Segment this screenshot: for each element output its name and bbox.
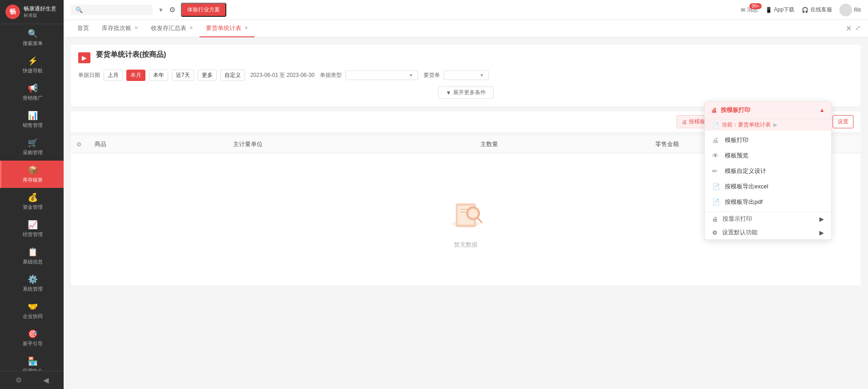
date-btn-last-month[interactable]: 上月	[104, 70, 123, 81]
dropdown-up-arrow-icon: ▲	[819, 107, 825, 113]
current-icon: 📄	[712, 122, 719, 128]
sidebar-item-inventory[interactable]: 📦 库存核算	[0, 161, 64, 188]
tab-close-batch[interactable]: ✕	[134, 25, 138, 31]
date-btn-more[interactable]: 更多	[198, 70, 217, 81]
marketing-icon: 📢	[28, 83, 38, 93]
topbar-dropdown[interactable]: ▼	[158, 7, 164, 13]
sales-icon: 📊	[28, 111, 38, 121]
print-dropdown-header: 🖨 按模板打印 ▲	[705, 101, 831, 119]
collapse-btn[interactable]: ◀	[43, 376, 49, 384]
settings-bottom-btn[interactable]: ⚙	[15, 376, 22, 384]
sidebar-item-label: 应用中心	[23, 368, 43, 371]
expand-bar: ▼ 展开更多条件	[78, 85, 853, 101]
template-pdf-item[interactable]: 📄 按模板导出pdf	[705, 194, 831, 210]
sidebar-item-sales[interactable]: 📊 销售管理	[0, 106, 64, 133]
th-product: 商品	[89, 136, 228, 153]
date-btn-this-month[interactable]: 本月	[126, 70, 145, 81]
template-design-item[interactable]: ✏ 模板自定义设计	[705, 163, 831, 179]
sidebar-item-basic[interactable]: 📋 基础信息	[0, 242, 64, 270]
tab-home[interactable]: 首页	[71, 20, 95, 37]
expand-icon: ▼	[446, 90, 451, 96]
tab-requisition-stats[interactable]: 要货单统计表 ✕	[200, 20, 254, 37]
sidebar-item-system[interactable]: ⚙️ 系统管理	[0, 270, 64, 297]
tabs-bar: 首页 库存批次账 ✕ 收发存汇总表 ✕ 要货单统计表 ✕ ✕ ⤢	[64, 20, 868, 37]
operation-icon: 📈	[28, 220, 38, 230]
sidebar-item-finance[interactable]: 💰 资金管理	[0, 188, 64, 215]
template-preview-item[interactable]: 👁 模板预览	[705, 148, 831, 163]
svg-rect-6	[460, 209, 469, 210]
tab-close-receipt[interactable]: ✕	[189, 25, 193, 31]
topbar-settings-icon[interactable]: ⚙	[169, 5, 175, 14]
template-pdf-icon: 📄	[712, 198, 720, 206]
th-quantity: 主数量	[475, 136, 650, 153]
sidebar-item-marketing[interactable]: 📢 营销推广	[0, 79, 64, 106]
requisition-filter: 要货单 ▼	[424, 71, 489, 80]
user-avatar[interactable]: Rit	[839, 4, 861, 16]
avatar	[839, 4, 852, 16]
expand-arrow-btn[interactable]: ▶	[78, 52, 90, 63]
date-label: 单据日期	[78, 71, 100, 79]
topbar-search-icon: 🔍	[75, 6, 83, 13]
sidebar-item-guide[interactable]: 🎯 新手引导	[0, 324, 64, 352]
sidebar-item-label: 经营管理	[23, 231, 43, 238]
svg-point-4	[469, 209, 478, 218]
th-unit: 主计量单位	[228, 136, 475, 153]
tab-close-window[interactable]: ✕	[846, 24, 852, 33]
online-service-btn[interactable]: 🎧 在线客服	[802, 6, 832, 14]
column-settings-icon[interactable]: ⚙	[76, 141, 82, 148]
topbar-search-box[interactable]: 🔍	[71, 5, 153, 15]
finance-icon: 💰	[28, 192, 38, 202]
sidebar-item-operation[interactable]: 📈 经营管理	[0, 215, 64, 242]
content-area: ▶ 要货单统计表(按商品) 单据日期 上月 本月 本年 近7天 更多 自定义 2…	[64, 37, 868, 389]
sidebar-item-label: 基础信息	[23, 258, 43, 265]
current-template-text: 当前：要货单统计表	[722, 121, 771, 129]
page-header: ▶ 要货单统计表(按商品) 单据日期 上月 本月 本年 近7天 更多 自定义 2…	[71, 45, 861, 106]
sidebar-item-search[interactable]: 🔍 搜索菜单	[0, 24, 64, 51]
date-btn-custom[interactable]: 自定义	[220, 70, 245, 81]
tab-expand-icon[interactable]: ⤢	[855, 24, 861, 33]
tab-receipt-summary[interactable]: 收发存汇总表 ✕	[145, 20, 200, 37]
current-arrow-icon: ▶	[773, 122, 777, 128]
messages-badge: 99+	[749, 3, 762, 9]
appstore-icon: 🏪	[28, 356, 38, 366]
sidebar-item-appstore[interactable]: 🏪 应用中心	[0, 352, 64, 371]
template-print-icon: 🖨	[712, 136, 720, 144]
default-func-item[interactable]: ⚙ 设置默认功能 ▶	[705, 226, 831, 239]
sidebar: 畅 畅康通好生意 标准版 🔍 搜索菜单 ⚡ 快捷导航 📢 营销推广 📊 销售管理…	[0, 0, 64, 389]
app-name: 畅康通好生意	[24, 5, 56, 13]
app-edition: 标准版	[24, 12, 56, 19]
display-print-icon: 🖨	[712, 216, 718, 222]
printer-icon: 🖨	[682, 119, 687, 125]
settings-btn[interactable]: 设置	[833, 115, 853, 128]
sidebar-item-label: 销售管理	[23, 122, 43, 129]
app-download-btn[interactable]: 📱 App下载	[765, 6, 794, 14]
sidebar-item-collab[interactable]: 🤝 企业协同	[0, 297, 64, 324]
requisition-select[interactable]: ▼	[444, 71, 489, 80]
template-excel-item[interactable]: 📄 按模板导出excel	[705, 179, 831, 194]
date-filter-group: 单据日期 上月 本月 本年 近7天 更多 自定义	[78, 70, 245, 81]
tab-batch-account[interactable]: 库存批次账 ✕	[95, 20, 145, 37]
messages-btn[interactable]: ✉ 消息 99+	[741, 6, 758, 14]
date-btn-7days[interactable]: 近7天	[172, 70, 194, 81]
expand-more-btn[interactable]: ▼ 展开更多条件	[438, 86, 494, 99]
display-print-item[interactable]: 🖨 按显示打印 ▶	[705, 212, 831, 226]
current-template-label: 📄 当前：要货单统计表 ▶	[705, 119, 831, 131]
template-print-item[interactable]: 🖨 模板打印	[705, 132, 831, 148]
tab-close-requisition[interactable]: ✕	[244, 25, 248, 31]
search-input[interactable]	[85, 7, 145, 13]
user-name: Rit	[854, 7, 861, 13]
inventory-icon: 📦	[28, 165, 38, 175]
sidebar-item-quick[interactable]: ⚡ 快捷导航	[0, 51, 64, 79]
sidebar-nav: 🔍 搜索菜单 ⚡ 快捷导航 📢 营销推广 📊 销售管理 🛒 采购管理 📦 库存核…	[0, 24, 64, 371]
sidebar-item-purchase[interactable]: 🛒 采购管理	[0, 133, 64, 161]
empty-text: 暂无数据	[454, 241, 478, 249]
system-icon: ⚙️	[28, 274, 38, 284]
search-icon: 🔍	[28, 29, 38, 39]
purchase-icon: 🛒	[28, 138, 38, 148]
sidebar-item-label: 新手引导	[23, 340, 43, 347]
order-type-select[interactable]: ▼	[345, 71, 418, 80]
requisition-filter-label: 要货单	[424, 71, 440, 79]
sidebar-item-label: 企业协同	[23, 313, 43, 320]
trial-button[interactable]: 体验行业方案	[181, 3, 226, 17]
date-btn-this-year[interactable]: 本年	[149, 70, 168, 81]
